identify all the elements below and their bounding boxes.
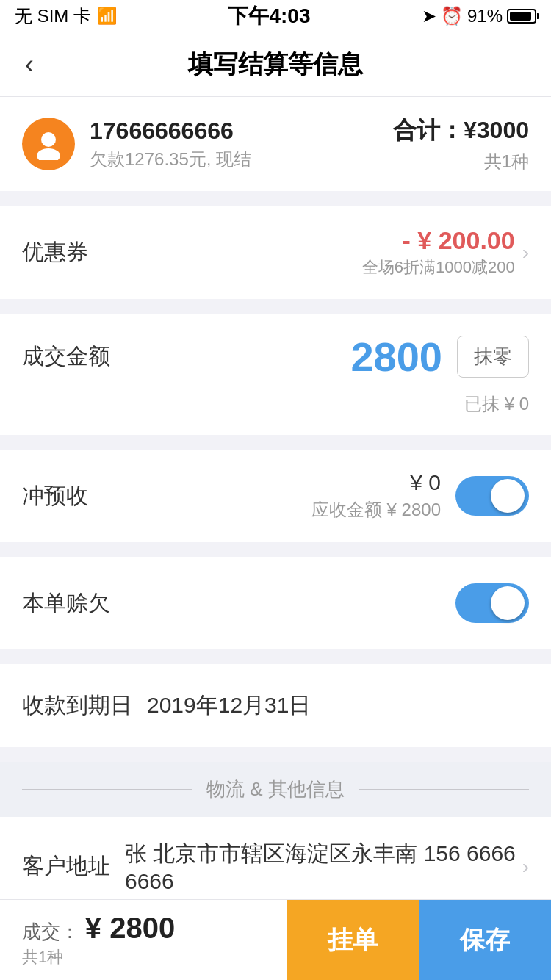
round-button[interactable]: 抹零 (457, 336, 529, 378)
bottom-deal-label: 成交： (22, 920, 79, 943)
svg-point-1 (37, 148, 60, 160)
total-amount: 合计：¥3000 (393, 115, 529, 147)
customer-debt: 欠款1276.35元, 现结 (90, 148, 251, 171)
coupon-row[interactable]: 优惠券 - ¥ 200.00 全场6折满1000减200 › (0, 206, 551, 299)
coupon-desc: 全场6折满1000减200 (362, 256, 515, 278)
toggle-knob (491, 479, 525, 513)
status-bar: 无 SIM 卡 📶 下午4:03 ➤ ⏰ 91% (0, 0, 551, 32)
battery-percent: 91% (467, 6, 503, 26)
sep-line-right (359, 789, 529, 790)
content: 17666666666 欠款1276.35元, 现结 合计：¥3000 共1种 … (0, 97, 551, 980)
save-button[interactable]: 保存 (419, 900, 551, 981)
status-right: ➤ ⏰ 91% (422, 6, 536, 26)
due-date-label: 收款到期日 (22, 691, 132, 721)
prepay-label: 冲预收 (22, 481, 88, 511)
bottom-deal-amount: ¥ 2800 (85, 912, 175, 944)
prepay-toggle[interactable] (455, 476, 529, 516)
battery-icon (507, 9, 536, 24)
logistics-label: 物流 & 其他信息 (206, 777, 345, 802)
customer-info: 17666666666 欠款1276.35元, 现结 (90, 118, 251, 171)
status-left: 无 SIM 卡 📶 (15, 4, 117, 28)
debt-row: 本单赊欠 (0, 557, 551, 649)
prepay-amount: ¥ 0 (311, 470, 441, 495)
carrier-text: 无 SIM 卡 (15, 4, 91, 28)
due-date-value: 2019年12月31日 (147, 691, 311, 721)
page-title: 填写结算等信息 (188, 48, 363, 82)
avatar (22, 118, 75, 170)
bottom-count: 共1种 (22, 946, 264, 968)
deal-section: 成交金额 2800 抹零 已抹 ¥ 0 (0, 314, 551, 435)
deal-amount-value: 2800 (350, 336, 442, 378)
pending-button[interactable]: 挂单 (287, 900, 419, 981)
deal-label: 成交金额 (22, 342, 110, 372)
coupon-label: 优惠券 (22, 237, 88, 267)
debt-label: 本单赊欠 (22, 588, 110, 619)
due-date-row: 收款到期日 2019年12月31日 (0, 664, 551, 747)
total-count: 共1种 (393, 150, 529, 173)
deal-sub-text: 已抹 ¥ 0 (22, 392, 529, 416)
coupon-discount: - ¥ 200.00 (362, 226, 515, 255)
bottom-bar: 成交： ¥ 2800 共1种 挂单 保存 (0, 899, 551, 980)
address-value: 张 北京市市辖区海淀区永丰南 156 6666 6666 (125, 839, 522, 894)
customer-phone: 17666666666 (90, 118, 251, 145)
prepay-receivable: 应收金额 ¥ 2800 (311, 498, 441, 522)
sep-line-left (22, 789, 192, 790)
status-time: 下午4:03 (228, 2, 310, 30)
alarm-icon: ⏰ (441, 6, 463, 26)
customer-row: 17666666666 欠款1276.35元, 现结 合计：¥3000 共1种 (0, 97, 551, 191)
wifi-icon: 📶 (97, 7, 117, 26)
location-icon: ➤ (422, 6, 436, 26)
logistics-separator: 物流 & 其他信息 (0, 762, 551, 817)
address-label: 客户地址 (22, 851, 110, 882)
svg-point-0 (41, 132, 56, 147)
customer-total: 合计：¥3000 共1种 (393, 115, 529, 173)
back-button[interactable]: ‹ (18, 42, 41, 87)
bottom-summary: 成交： ¥ 2800 共1种 (0, 912, 287, 968)
chevron-right-icon: › (522, 241, 529, 264)
prepay-row: 冲预收 ¥ 0 应收金额 ¥ 2800 (0, 450, 551, 542)
debt-toggle-knob (491, 586, 525, 620)
nav-bar: ‹ 填写结算等信息 (0, 32, 551, 97)
address-chevron-icon: › (522, 855, 529, 879)
debt-toggle[interactable] (455, 583, 529, 623)
